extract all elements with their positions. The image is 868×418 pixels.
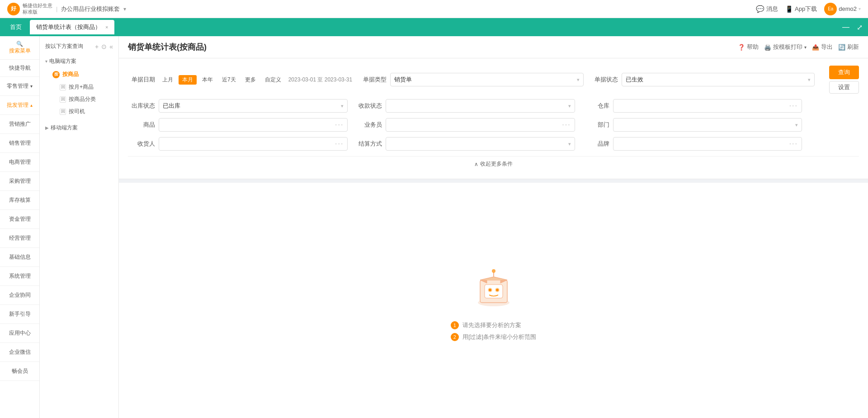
doc-status-value: 已生效 [626,76,643,84]
receiver-input[interactable]: ··· [159,137,348,151]
tab-close-icon[interactable]: × [105,24,108,30]
scheme-by-goods-label: 按商品 [62,71,79,78]
query-button[interactable]: 查询 [829,66,859,79]
minimize-tab-button[interactable]: — [840,21,851,33]
out-status-select[interactable]: 已出库 ▾ [159,99,348,113]
date-week-button[interactable]: 近7天 [218,75,240,85]
sidebar-item-wholesale[interactable]: 批发管理 ▴ [0,96,39,115]
sidebar-item-apps[interactable]: 应用中心 [0,324,39,343]
warehouse-input[interactable]: ··· [613,99,802,113]
goods-input[interactable]: ··· [159,118,348,132]
collapse-up-icon: ∧ [474,161,478,167]
app-icon: 📱 [785,5,793,13]
user-arrow-icon: ▾ [859,6,861,11]
filter-settings-button[interactable]: 设置 [829,81,859,94]
staff-input[interactable]: ··· [386,118,575,132]
search-menu-label: 搜索菜单 [9,48,31,54]
scheme-group-desktop-header[interactable]: ▾ 电脑端方案 [40,55,118,68]
avatar: Ea [824,3,837,15]
content-area: 按以下方案查询 + ⊙ « ▾ 电脑端方案 按 按商品 回 按月 [40,36,868,418]
svg-point-6 [496,289,499,291]
scheme-group-mobile: ▶ 移动端方案 [40,119,118,136]
date-custom-button[interactable]: 自定义 [261,75,285,85]
purchase-label: 采购管理 [9,178,31,184]
payment-label: 收款状态 [355,102,382,110]
filter-out-status-field: 出库状态 已出库 ▾ [128,99,348,113]
print-button[interactable]: 🖨️ 按模板打印 ▾ [764,43,807,51]
page-header: 销货单统计表(按商品) ❓ 帮助 🖨️ 按模板打印 ▾ 📤 导出 [119,36,868,58]
brand-input[interactable]: ··· [613,137,802,151]
settings-scheme-button[interactable]: ⊙ [101,43,107,50]
breadcrumb-arrow[interactable]: ▾ [123,6,126,12]
doc-type-label: 单据类型 [359,76,387,84]
date-prev-button[interactable]: 上月 [159,75,177,85]
sidebar-item-system[interactable]: 系统管理 [0,267,39,286]
date-range-text: 2023-03-01 至 2023-03-31 [288,76,352,84]
staff-label: 业务员 [355,121,382,129]
filter-doc-type-field: 单据类型 销货单 ▾ [359,73,583,86]
sidebar-item-wechat[interactable]: 企业微信 [0,343,39,362]
sidebar-item-sales[interactable]: 销售管理 [0,134,39,153]
user-menu[interactable]: Ea demo2 ▾ [824,3,861,15]
settlement-select[interactable]: ▾ [386,137,575,151]
tab-home[interactable]: 首页 [4,20,28,34]
scheme-group-mobile-header[interactable]: ▶ 移动端方案 [40,121,118,134]
filter-warehouse-field: 仓库 ··· [582,99,802,113]
refresh-button[interactable]: 🔄 刷新 [838,43,859,51]
basic-label: 基础信息 [9,254,31,260]
add-scheme-button[interactable]: + [95,43,99,50]
collapse-panel-button[interactable]: « [109,43,113,50]
message-button[interactable]: 💬 消息 [756,5,778,13]
sidebar-item-member[interactable]: 畅会员 [0,362,39,381]
scheme-item-month-goods[interactable]: 回 按月+商品 [40,81,118,93]
breadcrumb-sep: | [56,5,57,12]
sidebar-item-retail[interactable]: 零售管理 ▾ [0,77,39,96]
tab-active[interactable]: 销货单统计表（按商品） × [30,20,114,34]
export-button[interactable]: 📤 导出 [812,43,833,51]
dept-label: 部门 [582,121,609,129]
scheme-goods-category-label: 按商品分类 [69,95,96,103]
empty-tip-2: 2 用[过滤]条件来缩小分析范围 [451,333,536,341]
dept-arrow-icon: ▾ [795,122,798,128]
staff-dots-icon: ··· [562,121,571,129]
sidebar-item-finance[interactable]: 资金管理 [0,210,39,229]
sidebar-item-newuser[interactable]: 新手引导 [0,305,39,324]
help-button[interactable]: ❓ 帮助 [738,43,759,51]
doc-status-select[interactable]: 已生效 ▾ [622,73,815,86]
maximize-tab-button[interactable]: ⤢ [855,21,864,33]
sidebar-item-ecommerce[interactable]: 电商管理 [0,153,39,172]
scheme-driver-label: 按司机 [69,108,85,115]
sidebar-item-inventory[interactable]: 库存核算 [0,191,39,210]
date-current-button[interactable]: 本月 [179,75,197,85]
sidebar-item-enterprise[interactable]: 企业协同 [0,286,39,305]
tip-1-num: 1 [451,321,459,329]
date-year-button[interactable]: 本年 [198,75,217,85]
collapse-more-button[interactable]: ∧ 收起更多条件 [474,160,513,168]
sidebar-search[interactable]: 🔍 搜索菜单 [0,36,39,60]
desktop-group-arrow-icon: ▾ [45,59,47,64]
date-group: 上月 本月 本年 近7天 更多 自定义 [159,75,285,85]
goods-label: 商品 [128,121,155,129]
sidebar-item-operations[interactable]: 经营管理 [0,229,39,248]
sidebar-item-basic[interactable]: 基础信息 [0,248,39,267]
app-download-button[interactable]: 📱 App下载 [785,5,817,13]
tip-2-text: 用[过滤]条件来缩小分析范围 [462,333,536,341]
sidebar-quick-nav[interactable]: 快捷导航 [0,60,39,77]
scheme-item-driver[interactable]: 回 按司机 [40,105,118,118]
system-label: 系统管理 [9,273,31,279]
doc-type-select[interactable]: 销货单 ▾ [390,73,583,86]
scheme-item-goods-category[interactable]: 回 按商品分类 [40,93,118,105]
payment-select[interactable]: ▾ [386,99,575,113]
scheme-item-by-goods[interactable]: 按 按商品 [40,68,118,81]
dept-select[interactable]: ▾ [613,118,802,132]
sidebar-item-purchase[interactable]: 采购管理 [0,172,39,191]
out-status-value: 已出库 [163,102,180,110]
breadcrumb[interactable]: 办公用品行业模拟账套 [61,5,120,13]
sales-label: 销售管理 [9,140,31,146]
logo-icon: 好 [7,3,20,15]
date-more-button[interactable]: 更多 [241,75,259,85]
action-buttons: 查询 设置 [829,66,859,94]
member-label: 畅会员 [12,368,28,374]
sidebar-item-marketing[interactable]: 营销推广 [0,115,39,134]
search-icon: 🔍 [16,41,23,47]
